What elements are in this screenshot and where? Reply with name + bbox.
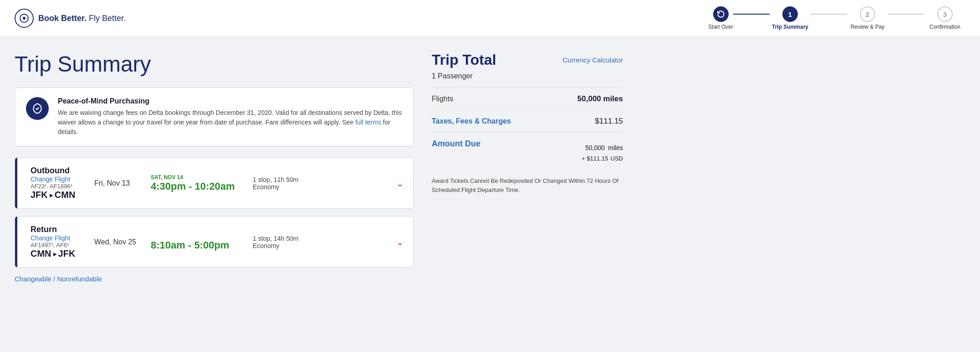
return-stops: 1 stop, 14h 50m Economy [253,235,312,249]
outbound-stops: 1 stop, 11h 50m Economy [253,176,312,191]
return-direction: Return [31,225,83,234]
outbound-to: CMN [55,190,76,200]
info-body: We are waiving change fees on Delta book… [58,108,402,137]
peace-of-mind-icon [26,97,49,120]
step-1-circle: 1 [782,6,798,22]
right-panel: Trip Total Currency Calculator 1 Passeng… [432,52,623,283]
return-from: CMN [31,248,51,259]
trip-total-header: Trip Total Currency Calculator [432,52,623,68]
return-time: 8:10am - 5:00pm [151,239,242,251]
taxes-value: $111.15 [595,117,623,126]
outbound-chevron[interactable]: ⌄ [396,178,404,189]
amount-due-label: Amount Due [432,139,480,149]
header: Book Better. Fly Better. Start Over 1 Tr… [0,0,980,37]
left-panel: Trip Summary Peace-of-Mind Purchasing We… [15,52,413,283]
amount-due-usd: + $111.15 USD [582,153,623,163]
outbound-change-flight[interactable]: Change Flight [31,176,83,183]
outbound-border [15,158,17,208]
connector-1 [733,14,770,15]
outbound-direction: Outbound [31,166,83,176]
outbound-date: Fri, Nov 13 [94,179,140,187]
return-flight-numbers: AF1497¹, AF6¹ [31,242,83,248]
connector-2 [811,14,847,15]
flights-label: Flights [432,95,453,103]
return-chevron[interactable]: ⌄ [396,237,404,248]
start-over-icon [713,6,729,22]
taxes-label: Taxes, Fees & Charges [432,117,511,125]
outbound-time: 4:30pm - 10:20am [151,181,242,192]
start-over-step[interactable]: Start Over [708,6,733,30]
logo-text: Book Better. Fly Better. [38,14,126,23]
start-over-label: Start Over [708,24,733,30]
step-2-circle: 2 [860,6,875,22]
step-1-label: Trip Summary [772,24,808,30]
amount-due-row: Amount Due 50,000 miles + $111.15 USD [432,132,623,169]
return-info-left: Return Change Flight AF1497¹, AF6¹ CMN ▸… [24,225,83,259]
return-route: CMN ▸ JFK [31,248,83,259]
info-box: Peace-of-Mind Purchasing We are waiving … [15,88,413,146]
flights-value: 50,000 miles [577,94,623,104]
taxes-cost-row: Taxes, Fees & Charges $111.15 [432,110,623,132]
flights-cost-row: Flights 50,000 miles [432,88,623,110]
logo-icon [15,9,34,28]
return-stops-text: 1 stop, 14h 50m [253,235,312,242]
outbound-arrow: ▸ [50,192,53,199]
outbound-time-note: SAT, NOV 14 [151,174,242,181]
outbound-from: JFK [31,190,48,200]
logo: Book Better. Fly Better. [15,9,126,28]
outbound-stops-text: 1 stop, 11h 50m [253,176,312,183]
trip-total-title: Trip Total [432,52,496,68]
return-cabin: Economy [253,242,312,249]
full-terms-link[interactable]: full terms [355,119,381,126]
stepper: Start Over 1 Trip Summary 2 Review & Pay… [708,6,965,30]
amount-due-miles: 50,000 miles [582,139,623,153]
return-date: Wed, Nov 25 [94,238,140,246]
outbound-route: JFK ▸ CMN [31,190,83,200]
step-trip-summary[interactable]: 1 Trip Summary [770,6,811,30]
passengers-label: 1 Passenger [432,72,623,80]
return-border [15,217,17,267]
currency-calculator-link[interactable]: Currency Calculator [562,56,623,64]
return-change-flight[interactable]: Change Flight [31,234,83,242]
step-3-circle: 3 [937,6,953,22]
outbound-flight-inner: Outbound Change Flight AF23¹, AF1896¹ JF… [15,158,413,208]
outbound-cabin: Economy [253,183,312,191]
outbound-flight-numbers: AF23¹, AF1896¹ [31,183,83,190]
step-2-label: Review & Pay [851,24,885,30]
step-3-label: Confirmation [929,24,960,30]
page-title: Trip Summary [15,52,413,77]
amount-due-value: 50,000 miles + $111.15 USD [582,139,623,163]
changeable-note[interactable]: Changeable / Nonrefundable [15,275,413,283]
info-text: Peace-of-Mind Purchasing We are waiving … [58,97,402,137]
return-flight-inner: Return Change Flight AF1497¹, AF6¹ CMN ▸… [15,217,413,267]
step-review-pay[interactable]: 2 Review & Pay [847,6,888,30]
main-content: Trip Summary Peace-of-Mind Purchasing We… [0,37,638,297]
connector-3 [888,14,924,15]
return-arrow: ▸ [53,250,56,258]
return-to: JFK [58,248,76,259]
step-confirmation[interactable]: 3 Confirmation [924,6,965,30]
outbound-flight-card: Outbound Change Flight AF23¹, AF1896¹ JF… [15,157,413,209]
award-notice: Award Tickets Cannot Be Redeposited Or C… [432,173,623,194]
outbound-info-left: Outbound Change Flight AF23¹, AF1896¹ JF… [24,166,83,200]
svg-point-1 [23,17,25,19]
return-flight-card: Return Change Flight AF1497¹, AF6¹ CMN ▸… [15,216,413,268]
info-title: Peace-of-Mind Purchasing [58,97,402,105]
